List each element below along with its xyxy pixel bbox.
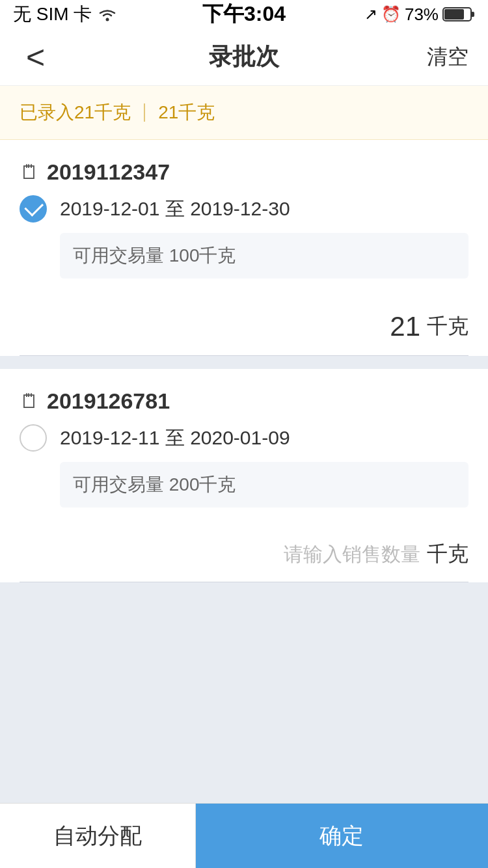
recorded-value: 21千克 [158, 100, 215, 125]
status-bar: 无 SIM 卡 下午3:04 ↗ ⏰ 73% [0, 0, 488, 29]
svg-rect-2 [471, 12, 474, 17]
input-row-2: 千克 [0, 527, 488, 582]
batch-card-2: 🗒 2019126781 2019-12-11 至 2020-01-09 可用交… [0, 369, 488, 582]
clear-button[interactable]: 清空 [427, 43, 468, 72]
batch-date-1: 2019-12-01 至 2019-12-30 [60, 196, 290, 223]
back-button[interactable]: < [20, 34, 51, 80]
auto-distribute-button[interactable]: 自动分配 [0, 804, 196, 868]
batch-doc-icon-2: 🗒 [20, 390, 39, 413]
batch-id-1: 2019112347 [47, 159, 170, 185]
content-scroll: 已录入21千克 21千克 🗒 2019112347 2019-12-01 至 2… [0, 86, 488, 868]
batch-header-2: 🗒 2019126781 [20, 388, 468, 414]
status-right: ↗ ⏰ 73% [364, 5, 475, 25]
page-title: 录批次 [209, 41, 279, 73]
amount-value-1: 21 [390, 311, 420, 342]
battery-label: 73% [405, 5, 439, 25]
gray-area [0, 582, 488, 830]
info-banner: 已录入21千克 21千克 [0, 86, 488, 140]
batch-item-2: 🗒 2019126781 2019-12-11 至 2020-01-09 可用交… [0, 369, 488, 527]
carrier-label: 无 SIM 卡 [13, 2, 92, 27]
radio-button-2[interactable] [20, 424, 47, 452]
recorded-label: 已录入21千克 [20, 100, 131, 125]
batch-doc-icon-1: 🗒 [20, 161, 39, 183]
banner-divider [144, 103, 145, 122]
batch-item-1: 🗒 2019112347 2019-12-01 至 2019-12-30 可用交… [0, 140, 488, 298]
batch-header-1: 🗒 2019112347 [20, 159, 468, 185]
nav-bar: < 录批次 清空 [0, 29, 488, 86]
battery-icon [442, 6, 475, 23]
amount-row-1: 21 千克 [0, 298, 488, 355]
batch-id-2: 2019126781 [47, 388, 170, 414]
batch-date-row-2: 2019-12-11 至 2020-01-09 [20, 424, 468, 452]
alarm-icon: ⏰ [381, 5, 401, 23]
status-time: 下午3:04 [202, 0, 286, 29]
wifi-icon [97, 7, 118, 21]
radio-button-1[interactable] [20, 195, 47, 223]
svg-point-0 [106, 18, 109, 21]
svg-rect-3 [444, 9, 464, 20]
batch-avail-1: 可用交易量 100千克 [60, 233, 468, 278]
amount-unit-1: 千克 [427, 312, 468, 341]
location-icon: ↗ [364, 5, 377, 23]
batch-avail-2: 可用交易量 200千克 [60, 462, 468, 508]
section-separator-1 [0, 356, 488, 369]
qty-unit-2: 千克 [427, 540, 468, 569]
batch-card-1: 🗒 2019112347 2019-12-01 至 2019-12-30 可用交… [0, 140, 488, 356]
confirm-button[interactable]: 确定 [196, 804, 488, 868]
qty-input-2[interactable] [225, 543, 420, 565]
batch-date-2: 2019-12-11 至 2020-01-09 [60, 425, 290, 452]
bottom-bar: 自动分配 确定 [0, 803, 488, 868]
status-left: 无 SIM 卡 [13, 2, 118, 27]
batch-date-row-1: 2019-12-01 至 2019-12-30 [20, 195, 468, 223]
